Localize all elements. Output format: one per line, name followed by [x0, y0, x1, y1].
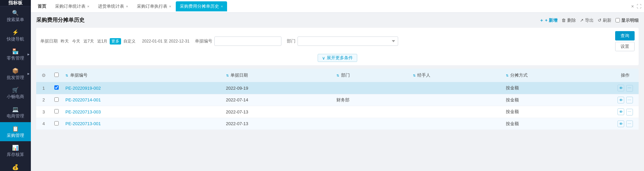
- date-shortcut-more[interactable]: 更多: [110, 38, 121, 45]
- table-row[interactable]: 3 PE-20220713-003 2022-07-13 按金额 👁 ⋯: [36, 106, 639, 118]
- select-all-checkbox[interactable]: [54, 73, 59, 77]
- column-settings-icon[interactable]: ⚙: [40, 71, 48, 79]
- row-date: 2022-09-19: [223, 82, 333, 94]
- sidebar-item-purchase[interactable]: 📋 采购管理: [0, 122, 31, 142]
- tab-close-icon[interactable]: ×: [87, 4, 89, 8]
- tab-bar-actions: × ⛶: [631, 4, 641, 9]
- row-method: 按金额: [502, 118, 612, 130]
- row-method: 按金额: [502, 94, 612, 106]
- date-shortcut-yesterday[interactable]: 昨天: [60, 38, 70, 45]
- fullscreen-icon[interactable]: ⛶: [637, 4, 641, 9]
- tab-stock-stat[interactable]: 进货单统计表 ×: [94, 1, 132, 11]
- expand-label: 展开更多条件: [327, 55, 353, 61]
- row-method: 按金额: [502, 82, 612, 94]
- row-ops: 👁 ⋯: [612, 118, 639, 130]
- date-shortcut-1month[interactable]: 近1月: [96, 38, 109, 45]
- tab-purchase-order-exec[interactable]: 采购订单执行表 ×: [133, 1, 175, 11]
- sort-icon: ⇅: [336, 74, 339, 77]
- quick-nav-icon: ⚡: [12, 29, 19, 35]
- tab-purchase-order-stat[interactable]: 采购订单统计表 ×: [51, 1, 93, 11]
- order-no-link[interactable]: PE-20220713-003: [65, 109, 101, 114]
- sidebar-item-retail[interactable]: 🏪 零售管理: [0, 45, 31, 64]
- filter-date: 单据日期 昨天 今天 近7天 近1月 更多 自定义: [40, 38, 137, 45]
- sidebar-item-quick-nav[interactable]: ⚡ 快捷导航: [0, 26, 31, 45]
- delete-button[interactable]: 🗑 删除: [561, 17, 576, 23]
- row-num: 1: [36, 82, 51, 94]
- tab-home[interactable]: 首页: [34, 1, 50, 11]
- retail-icon: 🏪: [12, 48, 19, 55]
- tab-close-icon[interactable]: ×: [169, 4, 171, 8]
- row-checkbox[interactable]: [54, 121, 59, 125]
- sidebar-item-wholesale[interactable]: 📦 批发管理: [0, 64, 31, 84]
- refresh-button[interactable]: ↺ 刷新: [598, 17, 611, 23]
- close-window-icon[interactable]: ×: [631, 4, 634, 9]
- sidebar-item-ecommerce[interactable]: 💻 电商管理: [0, 103, 31, 122]
- view-icon[interactable]: 👁: [618, 120, 624, 127]
- row-checkbox-cell: [51, 94, 62, 106]
- sidebar-item-finance[interactable]: 💰 资金管理: [0, 161, 31, 171]
- col-ops: 操作: [612, 69, 639, 82]
- tab-close-icon[interactable]: ×: [221, 4, 223, 8]
- col-date-label: 单据日期: [230, 73, 248, 78]
- sidebar-logo: 指标板: [0, 0, 31, 6]
- sidebar-item-search[interactable]: 🔍 搜索菜单: [0, 6, 31, 26]
- row-checkbox[interactable]: [54, 109, 59, 113]
- content-area: 采购费用分摊单历史 ＋ + 新增 🗑 删除 ↗ 导出 ↺ 刷新: [31, 13, 644, 171]
- filter-settings-button[interactable]: 设置: [615, 42, 635, 51]
- page-header: 采购费用分摊单历史 ＋ + 新增 🗑 删除 ↗ 导出 ↺ 刷新: [36, 17, 639, 24]
- show-columns-checkbox[interactable]: [615, 18, 620, 22]
- tab-purchase-cost-history[interactable]: 采购费用分摊单历史 ×: [176, 1, 227, 11]
- expand-conditions-button[interactable]: ∨ 展开更多条件: [318, 54, 357, 62]
- sidebar-item-label: 小畅电商: [7, 94, 24, 99]
- col-checkbox: [51, 69, 62, 82]
- date-shortcut-today[interactable]: 今天: [71, 38, 81, 45]
- refresh-label: 刷新: [603, 17, 611, 23]
- sidebar-item-label: 采购管理: [7, 133, 24, 138]
- tab-bar: 首页 采购订单统计表 × 进货单统计表 × 采购订单执行表 × 采购费用分摊单历…: [31, 0, 644, 13]
- add-button[interactable]: ＋ + 新增: [539, 17, 557, 23]
- filter-date-range: 2022-01-01 至 2022-12-31: [142, 38, 189, 44]
- order-no-link[interactable]: PE-20220713-001: [65, 121, 101, 126]
- col-method[interactable]: ⇅ 分摊方式: [502, 69, 612, 82]
- col-dept-label: 部门: [341, 73, 350, 78]
- sidebar-item-ecommerce-small[interactable]: 🛒 小畅电商: [0, 83, 31, 103]
- view-icon[interactable]: 👁: [618, 85, 624, 91]
- date-shortcuts: 昨天 今天 近7天 近1月 更多 自定义: [60, 38, 137, 45]
- view-icon[interactable]: 👁: [618, 108, 624, 115]
- export-button[interactable]: ↗ 导出: [580, 17, 594, 23]
- delete-label: 删除: [567, 17, 576, 23]
- more-ops-icon[interactable]: ⋯: [626, 85, 633, 92]
- table-row[interactable]: 1 PE-20220919-002 2022-09-19 按金额 👁 ⋯: [36, 82, 639, 94]
- row-checkbox[interactable]: [54, 85, 59, 90]
- date-shortcut-custom[interactable]: 自定义: [122, 38, 137, 45]
- table-row[interactable]: 4 PE-20220713-001 2022-07-13 按金额 👁 ⋯: [36, 118, 639, 130]
- col-date[interactable]: ⇅ 单据日期: [223, 69, 333, 82]
- refresh-icon: ↺: [598, 18, 601, 23]
- show-columns-toggle[interactable]: 显示明细: [615, 17, 639, 23]
- row-checkbox[interactable]: [54, 97, 59, 102]
- order-no-link[interactable]: PE-20220714-001: [65, 97, 101, 102]
- view-icon[interactable]: 👁: [618, 97, 624, 103]
- search-button[interactable]: 查询: [615, 31, 635, 40]
- export-icon: ↗: [580, 18, 584, 23]
- tab-close-icon[interactable]: ×: [126, 4, 128, 8]
- order-no-input[interactable]: [214, 36, 281, 46]
- col-dept[interactable]: ⇅ 部门: [333, 69, 409, 82]
- col-order-no[interactable]: ⇅ 单据编号: [62, 69, 223, 82]
- chevron-down-icon: ∨: [322, 56, 325, 61]
- ecommerce-icon: 💻: [12, 106, 19, 112]
- date-shortcut-7days[interactable]: 近7天: [83, 38, 95, 45]
- sort-icon: ⇅: [413, 74, 416, 77]
- table-row[interactable]: 2 PE-20220714-001 2022-07-14 财务部 按金额 👁 ⋯: [36, 94, 639, 106]
- order-no-label: 单据编号: [195, 38, 212, 44]
- more-ops-icon[interactable]: ⋯: [626, 120, 633, 127]
- sidebar-item-inventory[interactable]: 📊 库存核算: [0, 141, 31, 161]
- col-handler[interactable]: ⇅ 经手人: [410, 69, 502, 82]
- row-dept: [333, 118, 409, 130]
- row-num: 2: [36, 94, 51, 106]
- more-ops-icon[interactable]: ⋯: [626, 109, 633, 115]
- row-num: 3: [36, 106, 51, 118]
- more-ops-icon[interactable]: ⋯: [626, 97, 633, 103]
- order-no-link[interactable]: PE-20220919-002: [65, 86, 101, 91]
- dept-select[interactable]: [298, 36, 398, 46]
